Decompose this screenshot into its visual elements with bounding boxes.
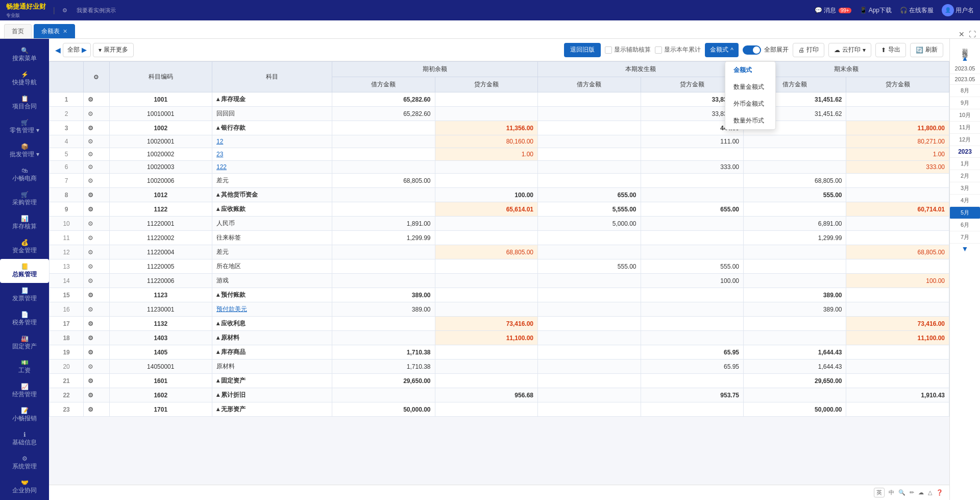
date-year-2023[interactable]: 2023 <box>950 146 980 158</box>
date-year2[interactable]: 2023.05 <box>950 74 980 85</box>
expand-more-btn[interactable]: ▾ 展开更多 <box>93 43 134 57</box>
table-cell[interactable]: 预付款美元 <box>212 302 332 317</box>
sidebar-item-ledger[interactable]: 📒 总账管理 <box>0 259 49 283</box>
table-cell[interactable]: 122 <box>212 161 332 174</box>
date-12[interactable]: 12月 <box>950 134 980 146</box>
date-year1[interactable]: 2023.05 <box>950 63 980 74</box>
ytd-check[interactable]: 显示本年累计 <box>655 45 701 54</box>
back-old-version-btn[interactable]: 退回旧版 <box>564 43 601 57</box>
date-nav-up-btn[interactable]: ▲ <box>961 53 970 63</box>
export-btn[interactable]: ⬆ 导出 <box>875 43 906 57</box>
table-row[interactable]: 7⚙10020006差元68,805.0068,805.00 <box>50 174 949 188</box>
online-service-btn[interactable]: 🎧 在线客服 <box>900 6 934 15</box>
sidebar-item-sales[interactable]: 📝 小畅报销 <box>0 403 49 427</box>
table-row[interactable]: 16⚙11230001预付款美元389.00389.00 <box>50 302 949 317</box>
table-row[interactable]: 15⚙1123▴ 预付账款389.00389.00 <box>50 288 949 302</box>
sidebar-item-cooperation[interactable]: 🤝 企业协同 <box>0 475 49 499</box>
table-row[interactable]: 22⚙1602▴ 累计折旧956.68953.751,910.43 <box>50 388 949 402</box>
sidebar-item-search[interactable]: 🔍 搜索菜单 <box>0 43 49 67</box>
date-4[interactable]: 4月 <box>950 195 980 207</box>
refresh-btn[interactable]: 🔄 刷新 <box>910 43 943 57</box>
expand-toggle[interactable]: 全部展开 <box>743 45 789 55</box>
sidebar-item-quick-nav[interactable]: ⚡ 快捷导航 <box>0 67 49 91</box>
date-9[interactable]: 9月 <box>950 97 980 109</box>
dropdown-item-qty-foreign[interactable]: 数量外币式 <box>725 112 775 129</box>
date-3[interactable]: 3月 <box>950 182 980 195</box>
filter-back-icon[interactable]: ◀ <box>55 46 61 54</box>
sidebar-item-payroll[interactable]: 💵 工资 <box>0 355 49 379</box>
zoom-icon[interactable]: 🔍 <box>898 489 905 496</box>
user-avatar[interactable]: 👤 用户名 <box>942 4 974 16</box>
message-btn[interactable]: 💬 消息 99+ <box>815 6 851 15</box>
app-download-btn[interactable]: 📱 App下载 <box>860 6 892 15</box>
table-row[interactable]: 11⚙11220002往来标签1,299.991,299.99 <box>50 231 949 245</box>
sidebar-item-capital[interactable]: 💰 资金管理 <box>0 235 49 259</box>
date-nav-down-btn[interactable]: ▼ <box>961 244 970 254</box>
table-row[interactable]: 1⚙1001▴ 库存现金65,282.6033,830.9831,451.62 <box>50 92 949 107</box>
edit-icon[interactable]: ✏ <box>910 489 914 496</box>
date-8[interactable]: 8月 <box>950 85 980 97</box>
auxiliary-checkbox[interactable] <box>605 46 612 54</box>
help-icon[interactable]: ❓ <box>936 489 943 496</box>
tab-balance[interactable]: 余额表 ✕ <box>34 24 75 38</box>
table-row[interactable]: 23⚙1701▴ 无形资产50,000.0050,000.00 <box>50 402 949 417</box>
style-btn[interactable]: 金额式 ^ <box>705 43 739 57</box>
table-row[interactable]: 9⚙1122▴ 应收账款65,614.015,555.00655.0060,71… <box>50 202 949 217</box>
settings-icon[interactable]: ⚙ <box>62 7 67 14</box>
table-row[interactable]: 13⚙11220005所在地区555.00555.00 <box>50 259 949 274</box>
table-row[interactable]: 14⚙11220006游戏100.00100.00 <box>50 274 949 288</box>
table-row[interactable]: 17⚙1132▴ 应收利息73,416.0073,416.00 <box>50 317 949 331</box>
triangle-icon[interactable]: △ <box>928 489 932 496</box>
sidebar-item-fixed-assets[interactable]: 🏭 固定资产 <box>0 331 49 355</box>
tab-home[interactable]: 首页 <box>4 24 32 38</box>
sidebar-item-retail[interactable]: 🛒 零售管理 ▾ <box>0 115 49 139</box>
sidebar-item-purchase[interactable]: 🛒 采购管理 <box>0 187 49 211</box>
cloud-sync-icon[interactable]: ☁ <box>918 489 924 496</box>
date-7[interactable]: 7月 <box>950 231 980 244</box>
table-row[interactable]: 12⚙11220004差元68,805.0068,805.00 <box>50 245 949 259</box>
sidebar-item-project[interactable]: 📋 项目合同 <box>0 91 49 115</box>
table-row[interactable]: 2⚙10010001回回回65,282.6033,830.9831,451.62 <box>50 107 949 121</box>
sidebar-item-wholesale[interactable]: 📦 批发管理 ▾ <box>0 139 49 163</box>
lang-switch[interactable]: 英 <box>874 488 885 497</box>
demo-link[interactable]: 我要看实例演示 <box>77 7 116 14</box>
date-11[interactable]: 11月 <box>950 122 980 134</box>
table-row[interactable]: 18⚙1403▴ 原材料11,100.0011,100.00 <box>50 331 949 345</box>
sidebar-item-tax[interactable]: 📄 税务管理 <box>0 307 49 331</box>
date-6[interactable]: 6月 <box>950 219 980 231</box>
date-10[interactable]: 10月 <box>950 109 980 122</box>
sidebar-item-ecommerce[interactable]: 🛍 小畅电商 <box>0 163 49 187</box>
dropdown-item-qty-amount[interactable]: 数量金额式 <box>725 79 775 96</box>
table-row[interactable]: 21⚙1601▴ 固定资产29,650.0029,650.00 <box>50 374 949 388</box>
sidebar-item-inventory[interactable]: 📊 库存核算 <box>0 211 49 235</box>
table-cell: ▴ 银行存款 <box>212 121 332 135</box>
table-row[interactable]: 5⚙10020002231.001.00 <box>50 148 949 161</box>
cloud-print-btn[interactable]: ☁ 云打印 ▾ <box>828 43 871 57</box>
filter-all-box[interactable]: 全部 ▶ <box>63 43 91 57</box>
table-row[interactable]: 3⚙1002▴ 银行存款11,356.00444.0011,800.00 <box>50 121 949 135</box>
table-row[interactable]: 20⚙14050001原材料1,710.3865.951,644.43 <box>50 360 949 374</box>
auxiliary-check[interactable]: 显示辅助核算 <box>605 45 651 54</box>
sidebar-item-invoice[interactable]: 🧾 发票管理 <box>0 283 49 307</box>
date-2[interactable]: 2月 <box>950 170 980 182</box>
table-cell[interactable]: 12 <box>212 135 332 148</box>
minimize-icon[interactable]: ✕ <box>959 30 965 38</box>
table-row[interactable]: 4⚙100200011280,160.00111.0080,271.00 <box>50 135 949 148</box>
sidebar-item-basic[interactable]: ℹ 基础信息 <box>0 427 49 451</box>
toggle-switch-control[interactable] <box>743 45 761 55</box>
date-5[interactable]: 5月 <box>950 207 980 219</box>
date-1[interactable]: 1月 <box>950 158 980 170</box>
table-row[interactable]: 6⚙10020003122333.00333.00 <box>50 161 949 174</box>
table-row[interactable]: 8⚙1012▴ 其他货币资金100.00655.00555.00 <box>50 188 949 202</box>
dropdown-item-foreign-amount[interactable]: 外币金额式 <box>725 96 775 112</box>
table-row[interactable]: 19⚙1405▴ 库存商品1,710.3865.951,644.43 <box>50 345 949 360</box>
dropdown-item-amount[interactable]: 金额式 <box>725 62 775 79</box>
table-cell[interactable]: 23 <box>212 148 332 161</box>
table-row[interactable]: 10⚙11220001人民币1,891.005,000.006,891.00 <box>50 217 949 231</box>
close-icon[interactable]: ✕ <box>63 28 67 35</box>
print-btn[interactable]: 🖨 打印 <box>793 43 824 57</box>
ytd-checkbox[interactable] <box>655 46 662 54</box>
sidebar-item-operations[interactable]: 📈 经营管理 <box>0 379 49 403</box>
sidebar-item-system[interactable]: ⚙ 系统管理 <box>0 451 49 475</box>
expand-icon[interactable]: ⛶ <box>969 30 976 38</box>
